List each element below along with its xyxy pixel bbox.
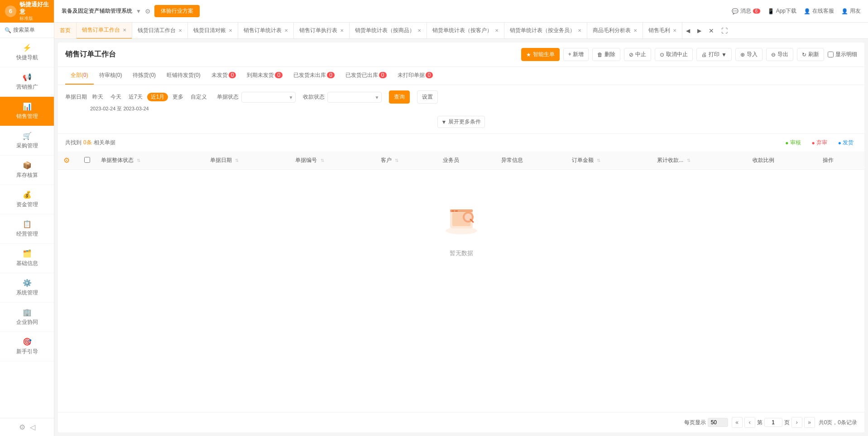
delete-btn[interactable]: 🗑 删除 <box>592 48 620 61</box>
refresh-btn[interactable]: ↻ 刷新 <box>797 48 824 61</box>
th-date[interactable]: 单据日期 ⇅ <box>205 152 290 170</box>
stop-btn[interactable]: ⊘ 中止 <box>624 48 651 61</box>
collapse-icon[interactable]: ◁ <box>30 423 35 431</box>
th-amount[interactable]: 订单金额 ⇅ <box>566 152 652 170</box>
tab-close-icon[interactable]: ✕ <box>578 28 581 33</box>
query-btn[interactable]: 查询 <box>389 90 410 104</box>
tab-home[interactable]: 首页 <box>54 23 77 39</box>
th-status[interactable]: 单据整体状态 ⇅ <box>96 152 205 170</box>
select-all-checkbox[interactable] <box>84 157 90 163</box>
per-page-select[interactable]: 50 20 100 <box>708 418 728 427</box>
date-btn-1month[interactable]: 近1月 <box>147 93 168 101</box>
sidebar-item-quick-nav[interactable]: ⚡ 快捷导航 <box>0 38 54 67</box>
add-btn[interactable]: + 新增 <box>563 48 589 61</box>
sub-tab-shipped-out[interactable]: 已发货已出库0 <box>340 67 392 85</box>
th-customer[interactable]: 客户 ⇅ <box>375 152 437 170</box>
tab-close-icon[interactable]: ✕ <box>417 28 421 33</box>
tab-close-icon[interactable]: ✕ <box>284 28 288 33</box>
sidebar-item-sales[interactable]: 📊 销售管理 <box>0 97 54 126</box>
th-abnormal[interactable]: 异常信息 <box>496 152 566 170</box>
trial-btn[interactable]: 体验行业方案 <box>154 5 200 17</box>
tab-next-btn[interactable]: ▶ <box>694 23 705 39</box>
date-btn-7days[interactable]: 近7天 <box>126 92 145 102</box>
message-btn[interactable]: 💬 消息 6 <box>732 7 760 15</box>
sub-tab-shipped-not-out[interactable]: 已发货未出库0 <box>288 67 340 85</box>
sub-tab-not-shipped[interactable]: 未发货0 <box>206 67 242 85</box>
tab-close-icon[interactable]: ✕ <box>495 28 499 33</box>
sub-tab-wangpu[interactable]: 旺铺待发货(0) <box>161 67 206 85</box>
user-btn[interactable]: 👤 用友 <box>841 7 861 15</box>
tab-sales-by-staff[interactable]: 销货单统计表（按业务员） ✕ <box>504 23 587 39</box>
date-btn-custom[interactable]: 自定义 <box>188 92 210 102</box>
sub-tab-pending-pickup[interactable]: 待拣货(0) <box>127 67 161 85</box>
th-collected[interactable]: 累计收款... ⇅ <box>652 152 747 170</box>
tab-close-all-btn[interactable]: ✕ <box>705 23 718 39</box>
tab-close-icon[interactable]: ✕ <box>633 28 637 33</box>
online-service-btn[interactable]: 👤 在线客服 <box>804 7 834 15</box>
export-btn[interactable]: ⊖ 导出 <box>766 48 793 61</box>
date-btn-more[interactable]: 更多 <box>170 92 186 102</box>
tab-close-icon[interactable]: ✕ <box>673 28 676 33</box>
batch-reject-btn[interactable]: ● 弃审 <box>808 137 831 148</box>
tab-daily-cash[interactable]: 钱货日清工作台 ✕ <box>132 23 188 39</box>
sidebar-item-marketing[interactable]: 📢 营销推广 <box>0 67 54 97</box>
th-number[interactable]: 单据编号 ⇅ <box>290 152 375 170</box>
sidebar-item-purchase[interactable]: 🛒 采购管理 <box>0 126 54 156</box>
sidebar-search[interactable]: 🔍 搜索菜单 <box>0 23 54 38</box>
tab-close-icon[interactable]: ✕ <box>340 28 344 33</box>
th-salesman[interactable]: 业务员 <box>437 152 496 170</box>
prev-page-btn[interactable]: ‹ <box>744 417 755 428</box>
empty-text: 暂无数据 <box>450 249 473 257</box>
payment-select[interactable] <box>327 92 382 103</box>
sub-tab-not-printed[interactable]: 未打印单据0 <box>392 67 439 85</box>
status-select[interactable] <box>241 92 296 103</box>
batch-approve-btn[interactable]: ● 审核 <box>782 137 804 148</box>
page-number-input[interactable] <box>764 418 782 427</box>
date-btn-yesterday[interactable]: 昨天 <box>90 92 106 102</box>
sub-tab-expired-not-shipped[interactable]: 到期未发货0 <box>241 67 288 85</box>
chevron-down-icon[interactable]: ▼ <box>136 8 141 14</box>
sub-tab-pending-review[interactable]: 待审核(0) <box>94 67 128 85</box>
tab-sales-workbench[interactable]: 销售订单工作台 ✕ <box>77 23 132 39</box>
tab-prev-btn[interactable]: ◀ <box>682 23 694 39</box>
tab-sales-stats[interactable]: 销售订单统计表 ✕ <box>238 23 294 39</box>
batch-ship-btn[interactable]: ● 发货 <box>834 137 857 148</box>
tab-gross-profit[interactable]: 商品毛利分析表 ✕ <box>587 23 643 39</box>
last-page-btn[interactable]: » <box>804 417 815 428</box>
first-page-btn[interactable]: « <box>732 417 743 428</box>
tab-sales-by-customer[interactable]: 销货单统计表（按客户） ✕ <box>427 23 504 39</box>
settings-footer-icon[interactable]: ⚙ <box>19 423 25 431</box>
sidebar-item-finance[interactable]: 💰 资金管理 <box>0 185 54 214</box>
tab-sales-by-product[interactable]: 销货单统计表（按商品） ✕ <box>350 23 427 39</box>
sidebar-item-base-info[interactable]: 🗂️ 基础信息 <box>0 244 54 273</box>
sidebar-item-system[interactable]: ⚙️ 系统管理 <box>0 273 54 303</box>
tab-sales-profit[interactable]: 销售毛利 ✕ <box>643 23 682 39</box>
sidebar-item-enterprise[interactable]: 🏢 企业协同 <box>0 303 54 332</box>
tab-cash-reconcile[interactable]: 钱货日清对账 ✕ <box>188 23 238 39</box>
settings-icon[interactable]: ⚙ <box>145 8 151 15</box>
sidebar-item-inventory[interactable]: 📦 库存核算 <box>0 156 54 185</box>
sidebar-item-operations[interactable]: 📋 经营管理 <box>0 214 54 244</box>
tab-close-icon[interactable]: ✕ <box>229 28 232 33</box>
tab-sales-execute[interactable]: 销售订单执行表 ✕ <box>294 23 350 39</box>
smart-create-btn[interactable]: ★ 智能生单 <box>521 48 560 61</box>
date-btn-today[interactable]: 今天 <box>108 92 124 102</box>
service-icon: 👤 <box>804 8 810 14</box>
cancel-stop-btn[interactable]: ⊙ 取消中止 <box>655 48 693 61</box>
sidebar-item-guide[interactable]: 🎯 新手引导 <box>0 332 54 361</box>
show-detail-input[interactable] <box>828 52 834 57</box>
import-btn[interactable]: ⊕ 导入 <box>735 48 762 61</box>
next-page-btn[interactable]: › <box>791 417 802 428</box>
sidebar-item-label: 新手引导 <box>16 348 38 355</box>
column-settings-icon[interactable]: ⚙ <box>63 156 70 164</box>
show-detail-checkbox[interactable]: 显示明细 <box>828 51 857 58</box>
tab-close-icon[interactable]: ✕ <box>123 28 126 33</box>
tab-expand-btn[interactable]: ⛶ <box>718 23 731 39</box>
tab-close-icon[interactable]: ✕ <box>178 28 182 33</box>
print-btn[interactable]: 🖨 打印 ▼ <box>696 48 732 61</box>
expand-conditions-btn[interactable]: ▼ 展开更多条件 <box>437 116 485 128</box>
sub-tab-all[interactable]: 全部(0) <box>65 67 94 85</box>
app-download-btn[interactable]: 📱 App下载 <box>767 7 796 15</box>
th-settings[interactable]: ⚙ <box>58 152 79 170</box>
settings-btn[interactable]: 设置 <box>417 90 438 104</box>
